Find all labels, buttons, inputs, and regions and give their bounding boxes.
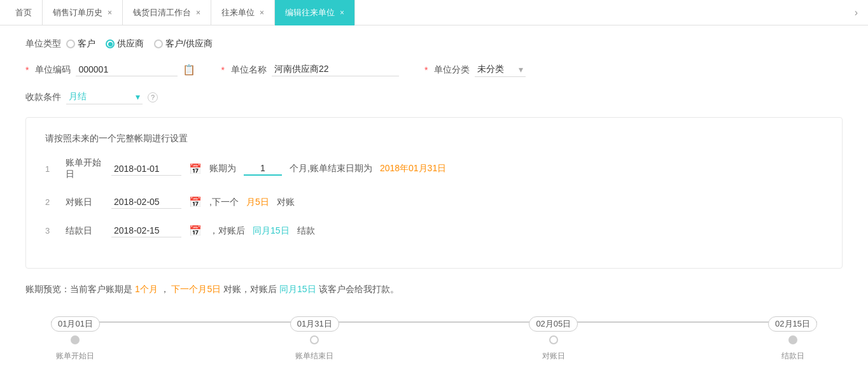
radio-supplier-label: 供应商 xyxy=(117,38,144,50)
period-label-1: 账单开始日 xyxy=(66,157,104,180)
close-tab-partner[interactable]: × xyxy=(260,8,264,17)
unit-category-dropdown-icon: ▾ xyxy=(519,64,523,74)
payment-select[interactable]: 月结 ▾ xyxy=(66,90,143,104)
tab-home[interactable]: 首页 xyxy=(5,0,43,25)
payment-group: 收款条件 月结 ▾ ? xyxy=(25,90,158,104)
period-row-2: 2 对账日 📅 ,下一个 月5日 对账 xyxy=(45,195,823,209)
period-mid-text-1: 账期为 xyxy=(209,163,236,174)
radio-both-label: 客户/供应商 xyxy=(165,38,213,50)
timeline-node-1: 01月31日 账单结束日 xyxy=(290,316,339,362)
unit-code-icon[interactable]: 📋 xyxy=(183,64,195,76)
tab-edit-partner[interactable]: 编辑往来单位 × xyxy=(275,0,355,25)
period-row-1: 1 账单开始日 📅 账期为 个月,账单结束日期为 2018年01月31日 xyxy=(45,157,823,180)
timeline-label-0: 账单开始日 xyxy=(56,351,94,362)
unit-code-input[interactable] xyxy=(76,63,178,76)
period-date-2[interactable] xyxy=(111,195,181,209)
period-highlight-3: 同月15日 xyxy=(253,225,290,237)
period-row-3: 3 结款日 📅 ，对账后 同月15日 结款 xyxy=(45,224,823,237)
unit-name-input[interactable] xyxy=(272,63,399,76)
unit-code-star: * xyxy=(25,65,29,75)
timeline-dot-2 xyxy=(549,335,558,344)
preview-part1: 1个月 xyxy=(135,284,158,294)
timeline-nodes: 01月01日 账单开始日 01月31日 账单结束日 02月05日 对账日 02月… xyxy=(25,316,843,362)
payment-row: 收款条件 月结 ▾ ? xyxy=(25,90,843,104)
close-tab-edit-partner[interactable]: × xyxy=(340,8,344,17)
period-date-3[interactable] xyxy=(111,224,181,237)
unit-info-row: * 单位编码 📋 * 单位名称 * 单位分类 未分类 ▾ xyxy=(25,62,843,77)
unit-name-group: * 单位名称 xyxy=(221,63,398,76)
period-calendar-2[interactable]: 📅 xyxy=(189,196,202,208)
unit-type-row: 单位类型 客户 供应商 客户/供应商 xyxy=(25,38,843,50)
period-calendar-1[interactable]: 📅 xyxy=(189,163,202,175)
radio-customer-label: 客户 xyxy=(78,38,95,50)
timeline: 01月01日 账单开始日 01月31日 账单结束日 02月05日 对账日 02月… xyxy=(25,310,843,374)
preview-sep1: ， xyxy=(160,284,169,294)
unit-category-value: 未分类 xyxy=(477,64,516,75)
unit-category-star: * xyxy=(424,65,428,75)
preview-part3: 同月15日 xyxy=(279,284,316,294)
unit-type-group: 单位类型 客户 供应商 客户/供应商 xyxy=(25,38,213,50)
preview-sep2: 对账，对账后 xyxy=(223,284,277,294)
period-label-3: 结款日 xyxy=(66,225,104,237)
radio-both[interactable]: 客户/供应商 xyxy=(154,38,213,50)
period-num-2: 2 xyxy=(45,197,58,207)
tab-partner[interactable]: 往来单位 × xyxy=(211,0,275,25)
payment-value: 月结 xyxy=(69,91,133,102)
page-content: 单位类型 客户 供应商 客户/供应商 * 单位编码 xyxy=(0,25,868,387)
unit-name-label: 单位名称 xyxy=(231,64,267,76)
setting-box: 请按照未来的一个完整帐期进行设置 1 账单开始日 📅 账期为 个月,账单结束日期… xyxy=(25,117,843,269)
tab-cash-work[interactable]: 钱货日清工作台 × xyxy=(123,0,211,25)
close-tab-cash-work[interactable]: × xyxy=(196,8,200,17)
unit-type-label: 单位类型 xyxy=(25,38,61,50)
unit-category-group: * 单位分类 未分类 ▾ xyxy=(424,62,526,77)
period-prefix-3: ，对账后 xyxy=(209,225,245,237)
period-calendar-3[interactable]: 📅 xyxy=(189,225,202,237)
timeline-badge-0: 01月01日 xyxy=(51,316,100,332)
unit-category-label: 单位分类 xyxy=(434,64,470,76)
radio-both-circle xyxy=(154,39,163,48)
period-suffix-2: 对账 xyxy=(277,197,295,208)
period-end-date-1: 2018年01月31日 xyxy=(380,163,446,174)
tabs-scroll-arrow[interactable]: › xyxy=(850,7,863,18)
payment-dropdown-icon: ▾ xyxy=(136,92,140,102)
payment-help-icon[interactable]: ? xyxy=(148,92,158,102)
period-prefix-2: ,下一个 xyxy=(209,197,239,208)
period-num-1: 1 xyxy=(45,164,58,174)
preview-part2: 下一个月5日 xyxy=(171,284,221,294)
timeline-label-1: 账单结束日 xyxy=(295,351,333,362)
radio-customer-circle xyxy=(66,39,75,48)
period-suffix-1: 个月,账单结束日期为 xyxy=(290,163,372,174)
timeline-label-2: 对账日 xyxy=(542,351,565,362)
period-date-1[interactable] xyxy=(111,162,181,176)
timeline-dot-3 xyxy=(788,335,797,344)
timeline-dot-0 xyxy=(71,335,80,344)
period-num-3: 3 xyxy=(45,226,58,236)
timeline-badge-3: 02月15日 xyxy=(768,316,817,332)
unit-code-group: * 单位编码 📋 xyxy=(25,63,195,76)
period-months-input[interactable] xyxy=(244,162,282,176)
tab-sales-history[interactable]: 销售订单历史 × xyxy=(43,0,123,25)
timeline-node-0: 01月01日 账单开始日 xyxy=(51,316,100,362)
close-tab-sales-history[interactable]: × xyxy=(108,8,112,17)
unit-name-star: * xyxy=(221,65,224,75)
timeline-badge-2: 02月05日 xyxy=(529,316,578,332)
period-suffix-3: 结款 xyxy=(297,225,315,237)
radio-group-unit-type: 客户 供应商 客户/供应商 xyxy=(66,38,213,50)
preview-suffix: 该客户会给我打款。 xyxy=(319,284,399,294)
timeline-node-3: 02月15日 结款日 xyxy=(768,316,817,362)
preview-prefix: 账期预览：当前客户账期是 xyxy=(25,284,132,294)
unit-code-label: 单位编码 xyxy=(35,64,71,76)
preview-text: 账期预览：当前客户账期是 1个月 ， 下一个月5日 对账，对账后 同月15日 该… xyxy=(25,281,843,297)
unit-category-select[interactable]: 未分类 ▾ xyxy=(475,62,526,77)
radio-supplier-circle xyxy=(106,39,115,48)
timeline-node-2: 02月05日 对账日 xyxy=(529,316,578,362)
payment-label: 收款条件 xyxy=(25,92,61,103)
radio-supplier[interactable]: 供应商 xyxy=(106,38,144,50)
timeline-label-3: 结款日 xyxy=(781,351,804,362)
timeline-dot-1 xyxy=(310,335,319,344)
setting-title: 请按照未来的一个完整帐期进行设置 xyxy=(45,133,823,144)
radio-customer[interactable]: 客户 xyxy=(66,38,95,50)
period-highlight-2: 月5日 xyxy=(246,197,269,208)
tabs-bar: 首页 销售订单历史 × 钱货日清工作台 × 往来单位 × 编辑往来单位 × › xyxy=(0,0,868,25)
timeline-badge-1: 01月31日 xyxy=(290,316,339,332)
